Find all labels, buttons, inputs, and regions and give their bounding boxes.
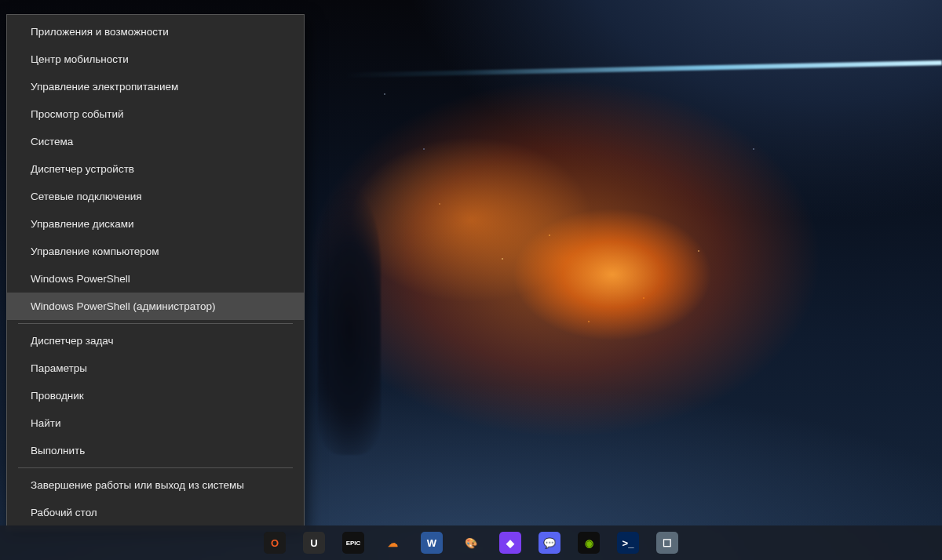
taskbar-icon-nvidia[interactable]: ◉ xyxy=(571,525,607,560)
epic-games-icon: EPIC xyxy=(342,532,364,554)
winx-menu-item[interactable]: Выполнить xyxy=(7,437,304,464)
taskbar-icon-origin[interactable]: O xyxy=(257,525,293,560)
taskbar-icon-powershell[interactable]: >_ xyxy=(610,525,646,560)
winx-menu-item[interactable]: Windows PowerShell (администратор) xyxy=(7,293,304,320)
affinity-icon: ◆ xyxy=(499,532,521,554)
winx-menu-item[interactable]: Параметры xyxy=(7,355,304,382)
taskbar-icon-ubisoft[interactable]: U xyxy=(296,525,332,560)
taskbar-icon-affinity[interactable]: ◆ xyxy=(492,525,528,560)
taskbar-icon-epic-games[interactable]: EPIC xyxy=(335,525,371,560)
taskbar-icon-cloudflare[interactable]: ☁ xyxy=(374,525,411,560)
wallpaper-silhouette xyxy=(318,188,381,455)
discord-icon: 💬 xyxy=(539,532,560,554)
winx-menu-item[interactable]: Проводник xyxy=(7,382,304,409)
taskbar-icon-discord[interactable]: 💬 xyxy=(531,525,568,560)
winx-menu-item[interactable]: Рабочий стол xyxy=(7,499,304,526)
wallpaper-beam xyxy=(345,60,942,78)
taskbar: OUEPIC☁W🎨◆💬◉>_☐ xyxy=(0,525,942,560)
paint-icon: 🎨 xyxy=(460,532,482,554)
menu-separator xyxy=(18,323,293,324)
origin-icon: O xyxy=(264,532,286,554)
winx-menu-item[interactable]: Сетевые подключения xyxy=(7,183,304,210)
winx-menu-item[interactable]: Просмотр событий xyxy=(7,100,304,128)
winx-menu-item[interactable]: Управление дисками xyxy=(7,210,304,238)
menu-separator xyxy=(18,467,293,468)
winx-menu-item[interactable]: Система xyxy=(7,128,304,155)
taskbar-icon-sandbox[interactable]: ☐ xyxy=(649,525,685,560)
winx-menu-item[interactable]: Управление электропитанием xyxy=(7,73,304,100)
ubisoft-icon: U xyxy=(303,532,325,554)
winx-menu-item[interactable]: Диспетчер устройств xyxy=(7,155,304,183)
winx-context-menu: Приложения и возможностиЦентр мобильност… xyxy=(6,14,305,530)
winx-menu-item[interactable]: Диспетчер задач xyxy=(7,327,304,355)
cloudflare-icon: ☁ xyxy=(382,532,403,554)
taskbar-icon-paint[interactable]: 🎨 xyxy=(453,525,489,560)
winx-menu-item[interactable]: Windows PowerShell xyxy=(7,265,304,293)
taskbar-icon-word[interactable]: W xyxy=(414,525,450,560)
powershell-icon: >_ xyxy=(617,532,639,554)
winx-menu-item[interactable]: Центр мобильности xyxy=(7,45,304,73)
winx-menu-item[interactable]: Приложения и возможности xyxy=(7,18,304,45)
winx-menu-item[interactable]: Завершение работы или выход из системы xyxy=(7,471,304,499)
word-icon: W xyxy=(421,532,443,554)
winx-menu-item[interactable]: Найти xyxy=(7,409,304,437)
winx-menu-item[interactable]: Управление компьютером xyxy=(7,238,304,265)
sandbox-icon: ☐ xyxy=(656,532,678,554)
nvidia-icon: ◉ xyxy=(578,532,600,554)
